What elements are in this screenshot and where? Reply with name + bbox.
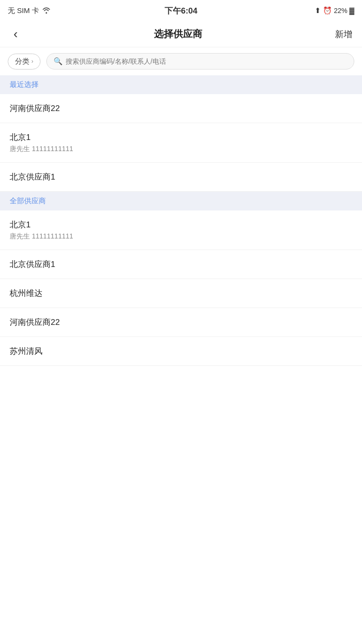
item-sub: 唐先生 11111111111: [10, 145, 352, 154]
item-sub: 唐先生 11111111111: [10, 232, 352, 241]
status-left: 无 SIM 卡: [8, 6, 51, 15]
list-item[interactable]: 北京供应商1: [0, 163, 362, 192]
recent-list: 河南供应商22北京1唐先生 11111111111北京供应商1: [0, 94, 362, 192]
add-new-button[interactable]: 新增: [335, 28, 352, 40]
list-item[interactable]: 杭州维达: [0, 279, 362, 308]
status-bar: 无 SIM 卡 下午6:04 ⬆ ⏰ 22% ▓: [0, 0, 362, 21]
all-list: 北京1唐先生 11111111111北京供应商1杭州维达河南供应商22苏州清风: [0, 210, 362, 366]
list-item[interactable]: 北京1唐先生 11111111111: [0, 123, 362, 163]
filter-bar: 分类 › 🔍: [0, 47, 362, 75]
location-icon: ⬆: [315, 6, 321, 15]
search-box[interactable]: 🔍: [46, 53, 354, 70]
page-title: 选择供应商: [154, 28, 202, 41]
category-label: 分类: [15, 57, 29, 66]
status-time: 下午6:04: [165, 5, 197, 16]
recent-section-label: 最近选择: [10, 80, 39, 88]
search-icon: 🔍: [54, 57, 63, 66]
chevron-right-icon: ›: [31, 58, 33, 65]
recent-section-header: 最近选择: [0, 75, 362, 94]
status-right: ⬆ ⏰ 22% ▓: [315, 6, 354, 15]
item-name: 北京供应商1: [10, 171, 352, 182]
search-input[interactable]: [66, 57, 347, 65]
sim-status: 无 SIM 卡: [8, 6, 39, 15]
all-section-label: 全部供应商: [10, 196, 46, 205]
item-name: 北京1: [10, 219, 352, 230]
item-name: 河南供应商22: [10, 317, 352, 328]
list-item[interactable]: 河南供应商22: [0, 94, 362, 123]
list-item[interactable]: 河南供应商22: [0, 308, 362, 337]
list-item[interactable]: 北京供应商1: [0, 250, 362, 279]
item-name: 苏州清风: [10, 346, 352, 357]
list-item[interactable]: 北京1唐先生 11111111111: [0, 210, 362, 250]
alarm-icon: ⏰: [323, 6, 332, 15]
item-name: 北京供应商1: [10, 259, 352, 270]
item-name: 河南供应商22: [10, 103, 352, 114]
all-section-header: 全部供应商: [0, 192, 362, 210]
wifi-icon: [42, 7, 51, 15]
item-name: 杭州维达: [10, 288, 352, 299]
battery-level: 22%: [334, 7, 348, 14]
list-item[interactable]: 苏州清风: [0, 337, 362, 366]
battery-icon: ▓: [349, 7, 354, 14]
back-button[interactable]: ‹: [10, 25, 22, 43]
category-button[interactable]: 分类 ›: [8, 54, 41, 70]
item-name: 北京1: [10, 132, 352, 143]
nav-bar: ‹ 选择供应商 新增: [0, 21, 362, 47]
